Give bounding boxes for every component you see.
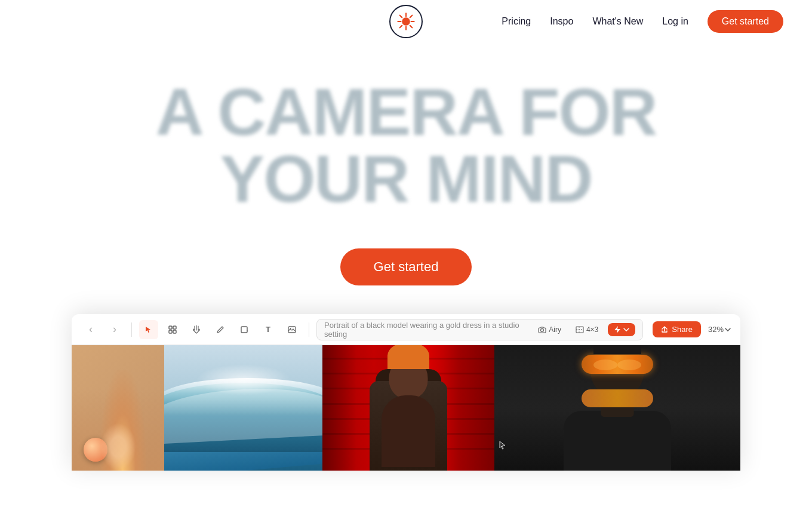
hero-cta-wrapper: Get started (340, 248, 472, 285)
canvas-image-2 (164, 345, 322, 471)
svg-point-0 (402, 17, 410, 26)
svg-rect-12 (173, 330, 176, 333)
svg-line-7 (410, 16, 413, 18)
zoom-value: 32% (708, 325, 724, 334)
svg-point-17 (541, 328, 544, 331)
svg-rect-11 (169, 330, 172, 333)
camera-icon (538, 326, 546, 333)
pan-icon (192, 325, 201, 334)
ratio-label: 4×3 (586, 325, 598, 334)
toolbar-right: Share 32% (653, 321, 731, 337)
forward-button[interactable]: › (105, 320, 124, 339)
ratio-badge[interactable]: 4×3 (571, 324, 603, 336)
nav-pricing[interactable]: Pricing (502, 16, 531, 27)
app-preview: ‹ › (72, 314, 740, 471)
image-tan (72, 345, 164, 471)
rect-tool-button[interactable] (235, 320, 254, 339)
toolbar-divider-1 (131, 322, 132, 337)
image-ocean (164, 345, 322, 471)
share-label: Share (672, 325, 693, 334)
lightning-badge[interactable] (608, 323, 635, 336)
nav-inspo[interactable]: Inspo (550, 16, 573, 27)
lightning-icon (614, 325, 621, 334)
canvas-area (72, 345, 740, 471)
logo[interactable] (389, 5, 423, 38)
ratio-icon (576, 326, 584, 333)
hero-title-line2: YOUR MIND (156, 146, 657, 213)
grid-icon (168, 325, 177, 334)
share-button[interactable]: Share (653, 321, 701, 337)
nav-get-started-button[interactable]: Get started (708, 10, 783, 33)
pen-icon (216, 325, 224, 334)
toolbar: ‹ › (72, 314, 740, 345)
chevron-down-icon (623, 328, 629, 331)
toolbar-divider-2 (309, 322, 309, 337)
image-dark-goggles (494, 345, 740, 471)
style-label: Airy (549, 325, 561, 334)
app-preview-wrapper: ‹ › (0, 314, 812, 471)
prompt-text: Portrait of a black model wearing a gold… (324, 321, 528, 339)
zoom-chevron-icon (725, 328, 731, 331)
svg-line-8 (400, 26, 402, 28)
pen-tool-button[interactable] (211, 320, 230, 339)
hero-section: A CAMERA FOR YOUR MIND Get started (0, 43, 812, 309)
pan-tool-button[interactable] (187, 320, 206, 339)
svg-rect-9 (169, 326, 172, 329)
back-button[interactable]: ‹ (81, 320, 100, 339)
text-tool-button[interactable]: T (259, 320, 278, 339)
navbar-center (389, 5, 423, 38)
navbar-right: Pricing Inspo What's New Log in Get star… (406, 10, 783, 33)
navbar: Pricing Inspo What's New Log in Get star… (0, 0, 812, 43)
svg-rect-18 (576, 327, 583, 333)
svg-rect-13 (241, 327, 247, 333)
hero-get-started-button[interactable]: Get started (340, 248, 472, 285)
hero-title-line1: A CAMERA FOR (156, 79, 657, 146)
cursor-indicator (499, 441, 506, 453)
hero-title: A CAMERA FOR YOUR MIND (156, 79, 657, 213)
rect-icon (240, 325, 248, 334)
nav-login[interactable]: Log in (662, 16, 688, 27)
image-tool-button[interactable] (282, 320, 302, 339)
toolbar-prompt[interactable]: Portrait of a black model wearing a gold… (316, 319, 643, 340)
svg-line-6 (410, 26, 413, 28)
select-tool-button[interactable] (139, 320, 158, 339)
zoom-control[interactable]: 32% (708, 325, 731, 334)
select-icon (144, 325, 153, 334)
canvas-image-3 (322, 345, 494, 471)
style-badge[interactable]: Airy (533, 324, 566, 336)
logo-icon (396, 11, 416, 32)
grid-tool-button[interactable] (163, 320, 182, 339)
canvas-image-4 (494, 345, 740, 471)
svg-rect-10 (173, 326, 176, 329)
share-icon (661, 326, 668, 333)
image-red-portrait (322, 345, 494, 471)
image-icon (288, 326, 296, 333)
canvas-image-1 (72, 345, 164, 471)
svg-line-5 (400, 16, 402, 18)
nav-whats-new[interactable]: What's New (592, 16, 643, 27)
